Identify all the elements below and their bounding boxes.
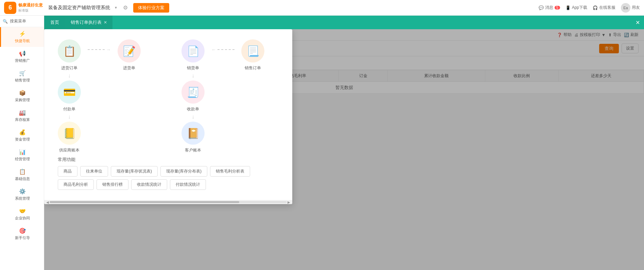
flow-node-purchase-receipt[interactable]: 📝 进货单	[118, 39, 141, 71]
service-icon: 🎧	[593, 5, 598, 10]
system-title: 装备及固定资产辅助管理系统	[48, 5, 110, 11]
avatar: Ea	[621, 3, 630, 13]
sidebar-icon-finance: 💰	[19, 129, 26, 136]
common-func-button[interactable]: 销售排行榜	[97, 179, 128, 190]
modal-overlay[interactable]: 📋 进货订单 ↓ 💳	[44, 29, 644, 270]
flow-node-receipt[interactable]: 🧾 收款单	[181, 80, 205, 112]
message-icon: 💬	[539, 5, 544, 10]
sidebar-label-sales: 销售管理	[15, 78, 30, 83]
sidebar-search[interactable]: 🔍 搜索菜单	[0, 16, 44, 27]
download-icon: 📱	[565, 5, 571, 10]
user-action[interactable]: Ea 用友	[621, 3, 640, 13]
common-title: 常用功能	[58, 157, 279, 163]
sidebar-label-marketing: 营销推广	[15, 58, 30, 63]
flow-node-sales-invoice[interactable]: 📄 销货单	[181, 39, 205, 71]
sidebar-icon-newbie: 🎯	[19, 228, 26, 234]
sidebar-item-basic-info[interactable]: 📋基础信息	[0, 165, 44, 185]
sidebar-item-enterprise[interactable]: 🤝企业协同	[0, 204, 44, 224]
sidebar-icon-basic-info: 📋	[19, 168, 26, 175]
gear-icon[interactable]: ⚙	[123, 4, 128, 11]
sidebar-item-operations[interactable]: 📊经营管理	[0, 145, 44, 165]
common-func-button[interactable]: 现存量(库存分布表)	[160, 166, 207, 177]
tab-close-icon[interactable]: ✕	[104, 20, 107, 25]
close-all-tabs-icon[interactable]: ✕	[636, 19, 640, 26]
sidebar-label-quick-nav: 快捷导航	[15, 38, 30, 43]
sidebar-item-quick-nav[interactable]: ⚡快捷导航	[0, 27, 44, 47]
sidebar-icon-sys-mgmt: ⚙️	[19, 188, 26, 195]
online-service-action[interactable]: 🎧 在线客服	[593, 5, 615, 11]
common-func-button[interactable]: 付款情况统计	[170, 179, 206, 190]
flow-node-sales-order[interactable]: 📃 销售订单	[241, 39, 264, 71]
sidebar-item-purchase[interactable]: 📦采购管理	[0, 86, 44, 106]
common-func-button[interactable]: 销售毛利分析表	[210, 166, 250, 177]
sidebar-item-sys-mgmt[interactable]: ⚙️系统管理	[0, 185, 44, 204]
app-download-action[interactable]: 📱 App下载	[565, 5, 587, 11]
flow-node-supplier-ledger[interactable]: 📒 供应商账本	[58, 122, 81, 153]
search-icon: 🔍	[3, 19, 8, 24]
flow-node-purchase-order[interactable]: 📋 进货订单	[58, 39, 81, 71]
flow-node-customer-ledger[interactable]: 📔 客户账本	[181, 122, 205, 153]
scroll-left-icon[interactable]: ◀	[46, 200, 50, 204]
sidebar-icon-inventory: 🏭	[19, 109, 26, 116]
sidebar-label-operations: 经营管理	[15, 157, 30, 162]
sidebar-label-sys-mgmt: 系统管理	[15, 196, 30, 201]
tab-home[interactable]: 首页	[44, 16, 65, 29]
system-dropdown-icon[interactable]: ▼	[114, 6, 118, 10]
sidebar-icon-sales: 🛒	[19, 70, 26, 76]
app-logo-icon: 6	[4, 2, 16, 14]
common-func-button[interactable]: 往来单位	[80, 166, 108, 177]
sidebar-label-enterprise: 企业协同	[15, 216, 30, 221]
brand-text: 畅康通好生意 标准版	[18, 3, 43, 13]
experience-button[interactable]: 体验行业方案	[133, 3, 169, 13]
common-func-button[interactable]: 商品毛利分析	[58, 179, 94, 190]
sidebar-item-finance[interactable]: 💰资金管理	[0, 126, 44, 145]
sidebar-item-newbie[interactable]: 🎯新手引导	[0, 224, 44, 244]
sidebar-item-marketing[interactable]: 📢营销推广	[0, 47, 44, 67]
sidebar-icon-quick-nav: ⚡	[19, 31, 26, 37]
scroll-right-icon[interactable]: ▶	[287, 200, 291, 204]
sidebar-icon-purchase: 📦	[19, 90, 26, 96]
common-func-button[interactable]: 商品	[58, 166, 77, 177]
tab-sales-order[interactable]: 销售订单执行表 ✕	[65, 16, 112, 29]
modal-box: 📋 进货订单 ↓ 💳	[44, 29, 292, 204]
message-badge: 5	[555, 6, 560, 10]
common-func-button[interactable]: 收款情况统计	[131, 179, 167, 190]
sidebar-item-sales[interactable]: 🛒销售管理	[0, 67, 44, 86]
flow-diagram: 📋 进货订单 ↓ 💳	[58, 39, 279, 153]
sidebar-label-inventory: 库存核算	[15, 117, 30, 122]
message-action[interactable]: 💬 消息 5	[539, 5, 560, 11]
sidebar-item-inventory[interactable]: 🏭库存核算	[0, 106, 44, 126]
modal-scrollbar[interactable]: ◀ ▶	[44, 200, 292, 204]
flow-node-payment[interactable]: 💳 付款单	[58, 80, 81, 112]
sidebar-icon-enterprise: 🤝	[19, 208, 26, 214]
common-func-button[interactable]: 现存量(库存状况表)	[111, 166, 158, 177]
common-functions-section: 常用功能 商品往来单位现存量(库存状况表)现存量(库存分布表)销售毛利分析表商品…	[58, 157, 279, 190]
sidebar-label-purchase: 采购管理	[15, 97, 30, 103]
sidebar-icon-operations: 📊	[19, 149, 26, 155]
sidebar-label-finance: 资金管理	[15, 137, 30, 142]
sidebar-label-basic-info: 基础信息	[15, 176, 30, 181]
sidebar-icon-marketing: 📢	[19, 50, 26, 57]
sidebar-label-newbie: 新手引导	[15, 235, 30, 240]
